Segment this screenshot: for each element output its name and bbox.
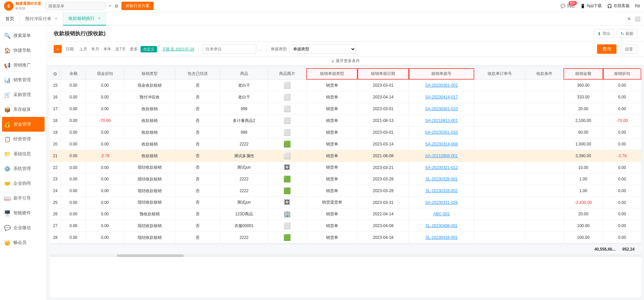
window-controls: ✕ ⬜ [623, 16, 644, 22]
cell-cash-discount: 0.00 [86, 103, 124, 115]
cell-cancel-discount: 0.00 [603, 138, 641, 150]
col-receipt-condition: 收款条件 [526, 68, 564, 80]
cell-product: 999 [220, 127, 268, 138]
sidebar-item-member[interactable]: 👑 畅会员 [0, 235, 47, 250]
cell-product-img: 🟩 [268, 185, 306, 197]
gear-icon[interactable]: ⚙ [114, 3, 119, 9]
cell-cancel-doc-no[interactable]: SL-20230408-001 [409, 220, 474, 232]
query-btn[interactable]: 查询 [597, 44, 616, 54]
tab-close-icon[interactable]: ✕ [55, 17, 57, 20]
date-7days[interactable]: 近7天 [114, 46, 127, 53]
sidebar-item-sales[interactable]: 📊 销售管理 [0, 73, 47, 87]
sidebar-item-guide[interactable]: 📖 新手引导 [0, 191, 47, 206]
col-balance: 余额 [61, 68, 86, 80]
sidebar-item-marketing[interactable]: 📢 营销推广 [0, 58, 47, 73]
date-limit-text[interactable]: 不限 至 2023-07-26 [162, 47, 194, 52]
cell-balance: 0.00 [61, 232, 86, 244]
date-more[interactable]: 更多 [128, 46, 139, 53]
cell-product: 测试jun [220, 162, 268, 173]
dots-icon[interactable]: ... [258, 46, 262, 52]
sidebar-item-base[interactable]: 📁 基础信息 [0, 146, 47, 161]
cell-cancel-doc-no[interactable]: SL-20230418-001 [409, 232, 474, 244]
sidebar-item-hardware[interactable]: 🖥️ 智能硬件 [0, 206, 47, 220]
cell-cancel-amount: 100.00 [564, 232, 603, 244]
filter-toggle-btn[interactable]: » [54, 45, 62, 53]
maximize-window-btn[interactable]: ⬜ [635, 16, 640, 22]
refresh-btn[interactable]: ↻ 刷新 [617, 30, 637, 38]
cell-receipt-condition [526, 80, 564, 91]
from-unit-input[interactable] [203, 44, 256, 54]
settings-col-icon[interactable]: ⚙ [53, 71, 57, 77]
sidebar-item-collab[interactable]: 🤝 企业协同 [0, 176, 47, 191]
cell-cancel-doc-no[interactable]: SA-20210808-001 [409, 150, 474, 162]
date-group: 上月 本月 本年 近7天 更多 自定义 [78, 46, 157, 53]
sidebar-item-wechat[interactable]: 💬 企业微信 [0, 220, 47, 235]
sidebar-item-management[interactable]: 📋 经营管理 [0, 132, 47, 146]
cell-cancel-discount: 0.00 [603, 91, 641, 103]
cell-receipt-condition [526, 115, 564, 127]
cell-include-cleared: 否 [175, 197, 220, 208]
tab-active-close-icon[interactable]: ✕ [98, 16, 101, 20]
online-service[interactable]: 🎧 在线客服 [607, 3, 630, 9]
receipt-type-select[interactable]: 单据类型 [289, 44, 356, 54]
sidebar-item-search[interactable]: 🔍 搜索菜单 [0, 28, 47, 43]
cell-num: 17 [50, 103, 61, 115]
notification-bell[interactable]: 💬 消息 99+ [560, 3, 575, 9]
management-icon: 📋 [4, 136, 11, 142]
cell-balance: 0.00 [61, 103, 86, 115]
expand-conditions-btn[interactable]: ∨ 展开更多条件 [331, 58, 360, 64]
date-this-year[interactable]: 本年 [102, 46, 113, 53]
dropdown-arrow-icon: ▼ [108, 4, 112, 8]
cell-cancel-doc-no[interactable]: SL-20230328-002 [409, 185, 474, 197]
close-window-btn[interactable]: ✕ [627, 16, 632, 22]
sidebar-item-purchase[interactable]: 🛒 采购管理 [0, 87, 47, 102]
sidebar-item-inventory[interactable]: 📦 库存核算 [0, 102, 47, 117]
cell-cancel-doc-no[interactable]: SA-20230301-001 [409, 80, 474, 91]
cell-balance: 0.00 [61, 220, 86, 232]
tab-prepay[interactable]: 预付冲应付单 ✕ [20, 12, 63, 26]
scrollbar-thumb[interactable] [117, 254, 184, 257]
cell-cancel-type: 现结收款核销 [124, 185, 175, 197]
cell-product-img: ⬜ [268, 80, 306, 91]
user-name[interactable]: Rit [635, 4, 640, 8]
cell-receipt-order-no [474, 197, 526, 208]
app-download[interactable]: 📱 App下载 [580, 3, 602, 9]
scrollbar-track[interactable] [50, 254, 641, 257]
cell-cancel-doc-date: 2021-08-13 [358, 115, 409, 127]
tab-receipt-cancel[interactable]: 收款核销执行 ✕ [63, 12, 106, 26]
cell-cancel-doc-no[interactable]: SA-20230321-012 [409, 162, 474, 173]
sidebar-item-nav[interactable]: 🏠 快捷导航 [0, 43, 47, 58]
cell-balance: 0.00 [61, 208, 86, 220]
cell-num: 16 [50, 91, 61, 103]
export-btn[interactable]: ⬆ 导出 [594, 30, 614, 38]
sidebar-item-finance[interactable]: 💰 资金管理 [2, 117, 45, 132]
cell-cancel-discount: 0.00 [603, 185, 641, 197]
industry-btn[interactable]: 休验行业方案 [121, 2, 154, 10]
cell-cancel-doc-no[interactable]: ABC-001 [409, 208, 474, 220]
cell-cancel-doc-no[interactable]: SA-20230314-008 [409, 138, 474, 150]
date-last-month[interactable]: 上月 [78, 46, 89, 53]
cell-product: 测试jun [220, 197, 268, 208]
search-input[interactable] [45, 2, 106, 10]
cell-cash-discount: 0.00 [86, 80, 124, 91]
cell-cancel-doc-no[interactable]: SL-20230328-001 [409, 173, 474, 185]
date-this-month[interactable]: 本月 [90, 46, 101, 53]
cell-cancel-doc-no[interactable]: SA-20210813-001 [409, 115, 474, 127]
sidebar-item-system[interactable]: ⚙️ 系统管理 [0, 161, 47, 176]
filter-setting-btn[interactable]: 设置 [621, 45, 637, 54]
logo-icon: 6 [4, 1, 13, 11]
date-custom-btn[interactable]: 自定义 [141, 46, 157, 52]
cell-cancel-doc-no[interactable]: SA-20230301-010 [409, 103, 474, 115]
tab-home[interactable]: 首页 [0, 12, 20, 26]
cell-cancel-discount: 0.00 [603, 220, 641, 232]
system-icon: ⚙️ [4, 166, 11, 172]
cell-num: 23 [50, 173, 61, 185]
cell-cash-discount: 0.00 [86, 127, 124, 138]
receipt-type-group: 单据类型 单据类型 [271, 44, 356, 54]
date-label: 日期 [66, 46, 74, 52]
cell-cancel-doc-no[interactable]: SA-20230331-026 [409, 197, 474, 208]
cell-cancel-doc-no[interactable]: SA-20230414-017 [409, 91, 474, 103]
cell-cancel-doc-no[interactable]: SA-20230301-010 [409, 127, 474, 138]
cell-cancel-discount: -2.76 [603, 150, 641, 162]
data-table: ⚙ 余额 现金折扣 核销类型 包含已结清 商品 商品图片 核销单据类型 核销单据… [50, 68, 641, 244]
